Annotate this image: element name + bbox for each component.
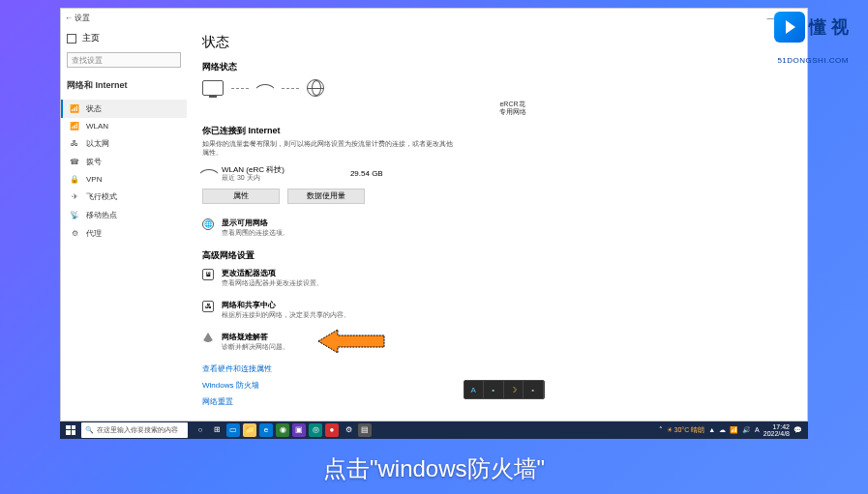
adapter-option[interactable]: 🖥 更改适配器选项 查看网络适配器并更改连接设置。 bbox=[202, 268, 792, 288]
option-title: 显示可用网络 bbox=[222, 218, 289, 228]
network-status-label: 网络状态 bbox=[202, 61, 792, 73]
tray-ime-icon[interactable]: A bbox=[755, 426, 760, 433]
nav-proxy[interactable]: ⚙代理 bbox=[61, 224, 187, 243]
nav-label: 飞行模式 bbox=[86, 191, 117, 202]
app6-icon[interactable]: ▤ bbox=[358, 423, 372, 437]
sharing-option[interactable]: 🖧 网络和共享中心 根据所连接到的网络，决定要共享的内容。 bbox=[202, 300, 792, 320]
window-title: 设置 bbox=[75, 13, 90, 23]
connection-line bbox=[282, 88, 299, 89]
notification-icon[interactable]: 💬 bbox=[793, 426, 802, 434]
app4-icon[interactable]: ◎ bbox=[309, 423, 322, 437]
nav-list: 📶状态 📶WLAN 🖧以太网 ☎拨号 🔒VPN ✈飞行模式 📡移动热点 ⚙代理 bbox=[61, 100, 187, 243]
tool-d[interactable]: • bbox=[524, 381, 544, 398]
tool-a[interactable]: A bbox=[464, 381, 485, 398]
nav-vpn[interactable]: 🔒VPN bbox=[61, 171, 187, 188]
nav-label: 以太网 bbox=[86, 138, 109, 149]
wlan-signal-icon bbox=[202, 168, 216, 180]
tray-chevron-icon[interactable]: ˄ bbox=[659, 426, 663, 434]
globe-icon bbox=[307, 79, 324, 97]
cortana-icon[interactable]: ○ bbox=[194, 423, 207, 437]
warning-icon bbox=[202, 333, 214, 342]
explorer-icon[interactable]: 📁 bbox=[243, 423, 256, 437]
computer-icon bbox=[202, 80, 224, 96]
connected-title: 你已连接到 Internet bbox=[202, 125, 792, 137]
option-title: 网络疑难解答 bbox=[222, 332, 289, 342]
sidebar: 主页 查找设置 网络和 Internet 📶状态 📶WLAN 🖧以太网 ☎拨号 … bbox=[61, 26, 187, 421]
settings-window: ← 设置 — □ × 主页 查找设置 网络和 Internet 📶状态 bbox=[60, 8, 808, 421]
adapter-icon: 🖥 bbox=[202, 269, 214, 280]
main-content: 状态 网络状态 eRCR花 专用网络 你已连接到 Internet 如果你的流量… bbox=[187, 26, 807, 421]
nav-ethernet[interactable]: 🖧以太网 bbox=[61, 134, 187, 153]
start-button[interactable] bbox=[62, 421, 79, 439]
connected-desc: 如果你的流量套餐有限制，则可以将此网络设置为按流量计费的连接，或者更改其他属性。 bbox=[202, 139, 454, 157]
tray-wifi-icon[interactable]: 📶 bbox=[730, 426, 738, 434]
search-icon: 🔍 bbox=[85, 426, 94, 434]
nav-status[interactable]: 📶状态 bbox=[61, 100, 187, 118]
app-icon[interactable]: ▭ bbox=[226, 423, 240, 437]
watermark-brand: 懂 视 bbox=[809, 15, 849, 39]
wifi-icon bbox=[256, 81, 274, 95]
settings-taskbar-icon[interactable]: ⚙ bbox=[342, 423, 355, 437]
back-icon[interactable]: ← bbox=[65, 14, 73, 22]
system-tray: ˄ ☀ 30°C 晴朗 ▲ ☁ 📶 🔊 A 17:42 2022/4/8 💬 bbox=[659, 423, 806, 437]
connection-line bbox=[231, 88, 249, 89]
dialup-icon: ☎ bbox=[71, 159, 78, 166]
home-icon bbox=[67, 34, 76, 44]
app3-icon[interactable]: ▣ bbox=[292, 423, 306, 437]
watermark-url: 51DONGSHI.COM bbox=[777, 56, 849, 65]
vpn-icon: 🔒 bbox=[71, 176, 78, 184]
caption-text: 点击"windows防火墙" bbox=[323, 453, 545, 484]
tray-icon[interactable]: ☁ bbox=[719, 426, 726, 434]
properties-button[interactable]: 属性 bbox=[202, 189, 280, 204]
breadcrumb: 网络和 Internet bbox=[61, 75, 187, 100]
option-desc: 根据所连接到的网络，决定要共享的内容。 bbox=[222, 310, 350, 320]
floating-toolbar: A • ☽ • bbox=[464, 380, 545, 399]
app2-icon[interactable]: ◉ bbox=[276, 423, 289, 437]
globe-small-icon: 🌐 bbox=[202, 218, 214, 230]
hotspot-icon: 📡 bbox=[71, 212, 78, 219]
option-desc: 诊断并解决网络问题。 bbox=[222, 342, 289, 352]
option-desc: 查看网络适配器并更改连接设置。 bbox=[222, 278, 323, 288]
search-input[interactable]: 查找设置 bbox=[67, 52, 181, 68]
wlan-name: WLAN (eRC 科技) bbox=[222, 165, 284, 175]
troubleshoot-option[interactable]: 网络疑难解答 诊断并解决网络问题。 bbox=[202, 332, 792, 352]
data-usage-button[interactable]: 数据使用量 bbox=[287, 189, 365, 204]
nav-wlan[interactable]: 📶WLAN bbox=[61, 118, 187, 134]
taskbar-search[interactable]: 🔍 在这里输入你要搜索的内容 bbox=[81, 422, 188, 438]
clock[interactable]: 17:42 2022/4/8 bbox=[763, 423, 790, 437]
show-networks-option[interactable]: 🌐 显示可用网络 查看周围的连接选项。 bbox=[202, 218, 792, 238]
tool-c[interactable]: ☽ bbox=[504, 381, 524, 398]
status-icon: 📶 bbox=[71, 105, 78, 113]
wlan-sub: 最近 30 天内 bbox=[222, 174, 284, 182]
diagram-label: eRCR花 专用网络 bbox=[233, 101, 792, 115]
ethernet-icon: 🖧 bbox=[71, 140, 78, 148]
tool-b[interactable]: • bbox=[484, 381, 504, 398]
option-title: 更改适配器选项 bbox=[222, 268, 323, 278]
app5-icon[interactable]: ● bbox=[325, 423, 339, 437]
nav-dialup[interactable]: ☎拨号 bbox=[61, 153, 187, 171]
nav-label: 移动热点 bbox=[86, 210, 117, 220]
windows-logo-icon bbox=[66, 425, 75, 435]
caption-bar: 点击"windows防火墙" bbox=[0, 444, 868, 494]
nav-label: 状态 bbox=[86, 103, 102, 114]
titlebar: ← 设置 — □ × bbox=[61, 9, 807, 26]
option-desc: 查看周围的连接选项。 bbox=[222, 228, 289, 238]
edge-icon[interactable]: e bbox=[259, 423, 273, 437]
option-title: 网络和共享中心 bbox=[222, 300, 350, 310]
nav-hotspot[interactable]: 📡移动热点 bbox=[61, 206, 187, 224]
weather-widget[interactable]: ☀ 30°C 晴朗 bbox=[667, 425, 705, 435]
search-placeholder: 在这里输入你要搜索的内容 bbox=[97, 425, 178, 435]
tray-icon[interactable]: ▲ bbox=[708, 426, 715, 433]
search-placeholder: 查找设置 bbox=[72, 55, 103, 66]
home-button[interactable]: 主页 bbox=[61, 28, 187, 48]
home-label: 主页 bbox=[82, 32, 100, 44]
nav-label: WLAN bbox=[86, 122, 108, 131]
taskbar: 🔍 在这里输入你要搜索的内容 ○ ⊞ ▭ 📁 e ◉ ▣ ◎ ● ⚙ ▤ ˄ ☀… bbox=[60, 421, 808, 439]
wlan-data-usage: 29.54 GB bbox=[350, 169, 383, 178]
hardware-link[interactable]: 查看硬件和连接属性 bbox=[202, 363, 792, 374]
proxy-icon: ⚙ bbox=[71, 230, 78, 238]
tray-volume-icon[interactable]: 🔊 bbox=[742, 426, 751, 434]
wlan-row: WLAN (eRC 科技) 最近 30 天内 29.54 GB bbox=[202, 165, 792, 183]
taskview-icon[interactable]: ⊞ bbox=[210, 423, 224, 437]
nav-airplane[interactable]: ✈飞行模式 bbox=[61, 188, 187, 206]
